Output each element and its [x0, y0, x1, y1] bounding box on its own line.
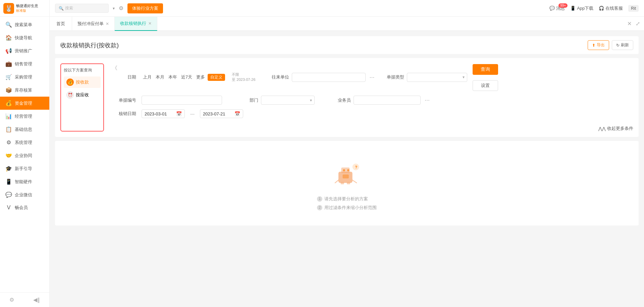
sidebar-item-system[interactable]: ⚙系统管理	[0, 136, 49, 149]
date-tab-custom[interactable]: 自定义	[208, 74, 225, 81]
filter-option-by-receivable[interactable]: ⏰ 按应收	[64, 89, 101, 101]
date-range-dash: —	[190, 111, 195, 116]
staff-input[interactable]	[354, 96, 421, 105]
counterparty-input[interactable]	[292, 73, 366, 82]
tab-1[interactable]: 预付冲应付单✕	[72, 17, 115, 31]
svg-line-5	[335, 180, 338, 183]
settings-icon[interactable]: ⚙	[119, 5, 123, 11]
dept-select-wrapper: ▾	[261, 96, 315, 105]
doc-number-input[interactable]	[142, 96, 222, 105]
industry-solution-btn[interactable]: 体验行业方案	[127, 3, 163, 13]
tab-actions: ✕ ⤢	[626, 19, 644, 28]
close-tab-btn[interactable]: ✕	[626, 19, 633, 28]
sidebar-item-marketing[interactable]: 📢营销推广	[0, 44, 49, 57]
verify-end-input[interactable]	[203, 111, 233, 116]
system-icon: ⚙	[5, 139, 12, 146]
search-box[interactable]: 🔍 搜索	[55, 4, 109, 13]
sidebar-item-sales[interactable]: 💼销售管理	[0, 57, 49, 70]
filter-sidebar: 按以下方案查询 💰 按收款 ⏰ 按应收	[60, 63, 104, 132]
export-btn[interactable]: ⬆ 导出	[588, 40, 609, 50]
app-download-btn[interactable]: 📱 App下载	[570, 5, 593, 11]
verify-start-cal-icon[interactable]: 📅	[176, 111, 182, 116]
topbar: 🔍 搜索 ▾ ⚙ 体验行业方案 💬 消息 99+ 📱 App下载 🎧 在线客服 …	[50, 0, 644, 17]
date-tab-7days[interactable]: 近7天	[180, 73, 194, 81]
marketing-icon: 📢	[5, 48, 12, 54]
receipt-icon: 💰	[66, 79, 74, 86]
logo-area: 🐰 畅捷通好生意 标准版	[0, 0, 49, 17]
empty-tips: 1 请先选择要分析的方案 2 用过滤条件来缩小分析范围	[317, 195, 377, 212]
counterparty-label: 往来单位	[272, 74, 289, 80]
sidebar-item-newbie[interactable]: 🎓新手引导	[0, 162, 49, 175]
sidebar-item-hardware[interactable]: 📱智能硬件	[0, 175, 49, 188]
refresh-btn[interactable]: ↻ 刷新	[612, 40, 633, 50]
dept-label: 部门	[241, 97, 258, 103]
app-icon: 📱	[570, 6, 576, 11]
expand-tab-btn[interactable]: ⤢	[634, 19, 641, 28]
doc-type-select-wrapper: ▾	[407, 73, 467, 82]
service-icon: 🎧	[599, 6, 604, 11]
date-to: 至 2023-07-26	[232, 77, 255, 82]
settings-bottom-icon[interactable]: ⚙	[7, 295, 17, 304]
refresh-icon: ↻	[616, 43, 620, 48]
sidebar-item-purchase[interactable]: 🛒采购管理	[0, 70, 49, 84]
verify-end-cal-icon[interactable]: 📅	[234, 111, 240, 116]
collapse-icon: ⋀⋀	[598, 126, 606, 131]
collapse-sidebar-btn[interactable]: ◀‖	[31, 295, 43, 304]
date-tab-last-month[interactable]: 上月	[142, 73, 153, 81]
settings-btn[interactable]: 设置	[473, 80, 498, 91]
sidebar-item-operations[interactable]: 📊经营管理	[0, 110, 49, 123]
sidebar-item-basic[interactable]: 📋基础信息	[0, 123, 49, 136]
newbie-icon: 🎓	[5, 165, 12, 172]
tab-2[interactable]: 收款核销执行✕	[115, 17, 157, 31]
sales-icon: 💼	[5, 61, 12, 67]
verify-start-input[interactable]	[145, 111, 175, 116]
filter-row-1: 日期 上月 本月 本年 近7天 更多 自定义 不限 至 2023-07-26	[119, 63, 633, 91]
svg-text:?: ?	[355, 165, 357, 169]
tab-close-2[interactable]: ✕	[148, 21, 152, 26]
tab-0[interactable]: 首页	[50, 17, 72, 31]
topbar-right: 💬 消息 99+ 📱 App下载 🎧 在线客服 Rit	[549, 5, 639, 12]
collapse-filter-btn[interactable]: 《	[111, 65, 119, 72]
empty-tip-2: 2 用过滤条件来缩小分析范围	[317, 203, 377, 212]
doc-type-select[interactable]	[407, 73, 467, 82]
page-actions: ⬆ 导出 ↻ 刷新	[588, 40, 633, 50]
filter-form: 日期 上月 本月 本年 近7天 更多 自定义 不限 至 2023-07-26	[119, 63, 633, 132]
page-title: 收款核销执行(按收款)	[60, 41, 119, 49]
svg-rect-4	[343, 174, 349, 178]
search-dropdown-arrow[interactable]: ▾	[113, 6, 115, 11]
filter-sidebar-title: 按以下方案查询	[64, 67, 101, 73]
tab-close-1[interactable]: ✕	[106, 21, 109, 26]
staff-dots-btn[interactable]: ···	[423, 97, 431, 104]
wechat-icon: 💬	[5, 192, 12, 198]
purchase-icon: 🛒	[5, 74, 12, 80]
sidebar-item-enterprise[interactable]: 🤝企业协同	[0, 149, 49, 162]
app-name: 畅捷通好生意	[16, 3, 38, 8]
filter-option-by-receipt[interactable]: 💰 按收款	[64, 76, 101, 88]
staff-label: 业务员	[333, 97, 351, 103]
date-tab-more[interactable]: 更多	[195, 73, 206, 81]
more-conditions-btn[interactable]: ⋀⋀ 收起更多条件	[598, 125, 633, 132]
empty-tip-1: 1 请先选择要分析的方案	[317, 195, 377, 203]
user-avatar[interactable]: Rit	[628, 5, 639, 12]
svg-point-3	[347, 169, 350, 171]
filter-row-3: 核销日期 📅 — 📅	[119, 109, 633, 118]
app-edition: 标准版	[16, 8, 38, 13]
main-area: 🔍 搜索 ▾ ⚙ 体验行业方案 💬 消息 99+ 📱 App下载 🎧 在线客服 …	[50, 0, 644, 307]
tabbar: 首页预付冲应付单✕收款核销执行✕ ✕ ⤢	[50, 17, 644, 31]
search-icon: 🔍	[5, 21, 12, 28]
verify-start-wrapper: 📅	[142, 109, 185, 118]
message-btn[interactable]: 💬 消息 99+	[549, 5, 565, 11]
sidebar-item-finance[interactable]: 💰资金管理	[0, 97, 49, 110]
date-label: 日期	[119, 74, 136, 80]
date-tab-this-month[interactable]: 本月	[154, 73, 166, 81]
dept-select[interactable]	[261, 96, 315, 105]
sidebar-item-search[interactable]: 🔍搜索菜单	[0, 18, 49, 31]
sidebar-item-quick[interactable]: 🏠快捷导航	[0, 31, 49, 44]
sidebar-item-wechat[interactable]: 💬企业微信	[0, 188, 49, 201]
sidebar-item-inventory[interactable]: 📦库存核算	[0, 84, 49, 97]
date-tab-this-year[interactable]: 本年	[167, 73, 178, 81]
online-service-btn[interactable]: 🎧 在线客服	[599, 5, 623, 11]
counterparty-dots-btn[interactable]: ···	[368, 74, 376, 81]
sidebar-item-vip[interactable]: V畅会员	[0, 201, 49, 214]
query-btn[interactable]: 查询	[473, 64, 498, 75]
